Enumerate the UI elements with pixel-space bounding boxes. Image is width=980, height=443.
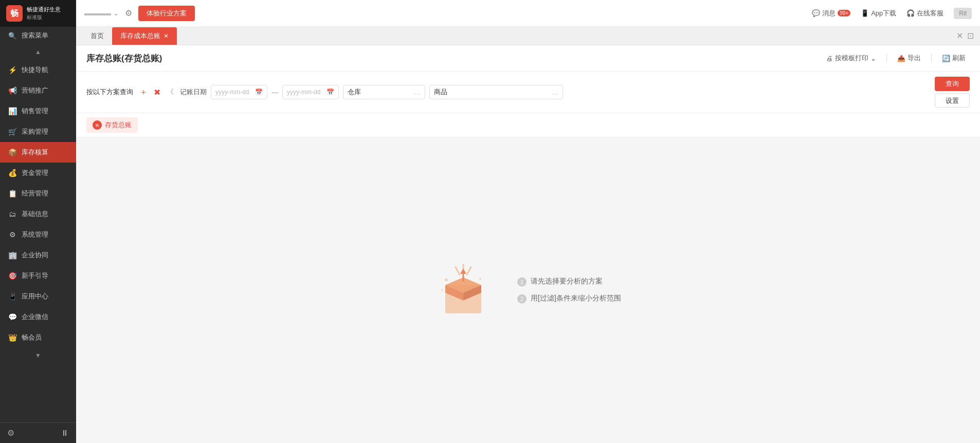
content-area: 库存总账(存货总账) 🖨 按模板打印 ⌄ 📤 导出 🔄 刷新 — [76, 45, 980, 443]
sidebar-item-label: 应用中心 — [22, 292, 48, 301]
calendar-start-icon[interactable]: 📅 — [255, 88, 263, 96]
tab-expand-icon[interactable]: ⊡ — [967, 31, 974, 41]
date-label: 记账日期 — [180, 87, 207, 97]
print-icon: 🖨 — [826, 55, 833, 62]
tab-inventory-cost[interactable]: 库存成本总账 ✕ — [112, 27, 177, 45]
sidebar-item-marketing[interactable]: 📢 营销推广 — [0, 80, 76, 101]
system-icon: ⚙ — [7, 231, 17, 239]
app-logo: 畅 畅捷通好生意 标准版 — [0, 0, 76, 27]
scroll-up-icon[interactable]: ▲ — [33, 46, 43, 58]
scroll-down-icon[interactable]: ▼ — [33, 350, 43, 361]
svg-point-13 — [441, 289, 443, 291]
app-center-icon: 📱 — [7, 292, 17, 300]
app-download-button[interactable]: 📱 App下载 — [861, 9, 896, 18]
sidebar-item-operation[interactable]: 📋 经营管理 — [0, 183, 76, 204]
calendar-end-icon[interactable]: 📅 — [326, 88, 334, 96]
main-area: ▬▬▬▬ ⌄ ⚙ 体验行业方案 💬 消息 99+ 📱 App下载 🎧 在线客服 … — [76, 0, 980, 443]
chevron-down-icon[interactable]: ⌄ — [113, 9, 119, 17]
date-end-input[interactable]: yyyy-mm-dd 📅 — [282, 85, 339, 99]
warehouse-select[interactable]: 仓库 … — [343, 85, 425, 99]
sidebar-item-system[interactable]: ⚙ 系统管理 — [0, 224, 76, 245]
date-separator: — — [271, 88, 278, 96]
breadcrumb-text: ▬▬▬▬ — [84, 9, 111, 17]
sidebar-item-wechat[interactable]: 💬 企业微信 — [0, 307, 76, 327]
sidebar-item-sales[interactable]: 📊 销售管理 — [0, 101, 76, 121]
subnav-inventory-ledger[interactable]: 账 存货总账 — [86, 117, 138, 133]
refresh-button[interactable]: 🔄 刷新 — [938, 51, 970, 65]
filter-settings-button[interactable]: 设置 — [935, 93, 970, 108]
search-menu[interactable]: 🔍 搜索菜单 — [0, 27, 76, 44]
sidebar-item-newbie[interactable]: 🎯 新手引导 — [0, 265, 76, 286]
svg-text:账: 账 — [96, 123, 99, 127]
user-avatar[interactable]: Rit — [954, 8, 972, 19]
sidebar-item-label: 新手引导 — [22, 271, 48, 280]
query-button[interactable]: 查询 — [935, 77, 970, 91]
tab-home[interactable]: 首页 — [82, 27, 112, 45]
empty-state: 1 请先选择要分析的方案 2 用[过滤]条件来缩小分析范围 — [76, 137, 980, 443]
tab-close-panel-icon[interactable]: ✕ — [956, 31, 963, 41]
enterprise-icon: 🏢 — [7, 251, 17, 259]
message-label: 消息 — [822, 9, 836, 18]
breadcrumb: ▬▬▬▬ ⌄ — [84, 9, 121, 17]
tab-close-icon[interactable]: ✕ — [164, 32, 169, 40]
filter-add-button[interactable]: ＋ — [139, 87, 148, 98]
sidebar-item-label: 销售管理 — [22, 107, 48, 116]
warehouse-more-icon[interactable]: … — [414, 88, 421, 96]
export-icon: 📤 — [897, 55, 905, 62]
date-end-placeholder: yyyy-mm-dd — [287, 88, 320, 96]
sidebar-item-member[interactable]: 👑 畅会员 — [0, 327, 76, 348]
trial-button[interactable]: 体验行业方案 — [138, 6, 195, 21]
divider — [886, 54, 887, 62]
step-1-num: 1 — [517, 277, 527, 287]
member-icon: 👑 — [7, 333, 17, 342]
marketing-icon: 📢 — [7, 86, 17, 95]
sidebar-item-finance[interactable]: 💰 资金管理 — [0, 163, 76, 183]
sidebar-nav: ▲ ⚡ 快捷导航 📢 营销推广 📊 销售管理 🛒 采购管理 📦 库存核算 💰 资… — [0, 44, 76, 422]
sidebar-item-app-center[interactable]: 📱 应用中心 — [0, 286, 76, 307]
sidebar-item-label: 快捷导航 — [22, 65, 48, 75]
goods-select[interactable]: 商品 … — [429, 85, 563, 99]
search-icon: 🔍 — [7, 32, 17, 40]
tab-bar: 首页 库存成本总账 ✕ ✕ ⊡ — [76, 27, 980, 45]
finance-icon: 💰 — [7, 169, 17, 177]
download-icon: 📱 — [861, 9, 869, 17]
filter-clear-button[interactable]: ✖ — [154, 87, 160, 97]
newbie-icon: 🎯 — [7, 272, 17, 280]
app-badge: 标准版 — [27, 14, 61, 21]
svg-line-8 — [456, 267, 460, 275]
filter-collapse-icon[interactable]: 《 — [167, 87, 174, 97]
top-settings-icon[interactable]: ⚙ — [125, 8, 132, 18]
operation-icon: 📋 — [7, 189, 17, 198]
date-start-input[interactable]: yyyy-mm-dd 📅 — [211, 85, 267, 99]
purchase-icon: 🛒 — [7, 128, 17, 136]
message-button[interactable]: 💬 消息 99+ — [812, 9, 850, 18]
sidebar-item-purchase[interactable]: 🛒 采购管理 — [0, 121, 76, 142]
sidebar-item-label: 库存核算 — [22, 148, 48, 157]
sidebar-item-enterprise[interactable]: 🏢 企业协同 — [0, 245, 76, 265]
settings-icon[interactable]: ⚙ — [7, 428, 14, 438]
page-actions: 🖨 按模板打印 ⌄ 📤 导出 🔄 刷新 — [822, 51, 970, 65]
collapse-icon[interactable]: ⏸ — [61, 429, 69, 438]
sales-icon: 📊 — [7, 107, 17, 115]
sidebar-item-inventory[interactable]: 📦 库存核算 — [0, 142, 76, 163]
message-icon: 💬 — [812, 9, 820, 17]
sidebar-item-quick-nav[interactable]: ⚡ 快捷导航 — [0, 60, 76, 80]
print-button[interactable]: 🖨 按模板打印 ⌄ — [822, 51, 880, 65]
online-service-button[interactable]: 🎧 在线客服 — [906, 9, 943, 18]
sidebar-item-label: 企业协同 — [22, 251, 48, 260]
subnav-ledger-label: 存货总账 — [105, 120, 132, 130]
refresh-icon: 🔄 — [942, 55, 950, 62]
search-menu-label: 搜索菜单 — [22, 31, 48, 40]
wechat-icon: 💬 — [7, 313, 17, 321]
svg-marker-10 — [460, 269, 466, 274]
top-bar-left: ▬▬▬▬ ⌄ ⚙ 体验行业方案 — [84, 6, 812, 21]
goods-more-icon[interactable]: … — [552, 88, 558, 96]
export-button[interactable]: 📤 导出 — [893, 51, 925, 65]
sidebar-item-label: 畅会员 — [22, 333, 42, 342]
empty-step-1: 1 请先选择要分析的方案 — [517, 277, 621, 287]
sidebar-item-basic[interactable]: 🗂 基础信息 — [0, 204, 76, 224]
app-name: 畅捷通好生意 — [27, 6, 61, 13]
sidebar-item-label: 基础信息 — [22, 209, 48, 219]
print-chevron-icon[interactable]: ⌄ — [870, 55, 876, 62]
quick-nav-icon: ⚡ — [7, 66, 17, 74]
